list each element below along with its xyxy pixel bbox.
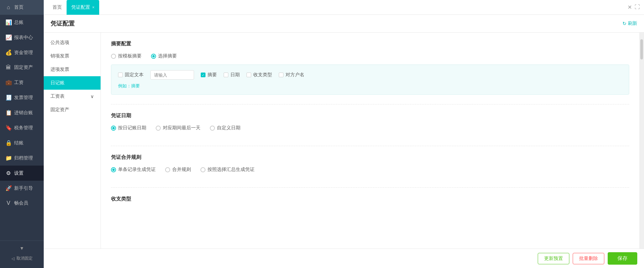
reconcile-icon: 📋	[5, 109, 11, 116]
income-type-section: 收支类型	[111, 196, 629, 218]
select-merge-circle	[200, 167, 205, 172]
sidebar-item-closing[interactable]: 🔒 结账	[0, 135, 44, 150]
sidebar-item-tax[interactable]: 🔖 税务管理	[0, 120, 44, 135]
summary-radio-select[interactable]: 选择摘要	[151, 53, 177, 59]
summary-box: ✓	[201, 73, 205, 77]
date-radio-group: 按日记账日期 对应期间最后一天 自定义日期	[111, 125, 629, 131]
merge-rule-radio[interactable]: 合并规则	[165, 167, 191, 173]
income-type-checkbox[interactable]: 收支类型	[247, 72, 272, 78]
tax-icon: 🔖	[5, 125, 11, 131]
merge-section-title: 凭证合并规则	[111, 154, 629, 161]
sidebar-item-archive[interactable]: 📁 归档管理	[0, 150, 44, 166]
sidebar-item-invoice[interactable]: 🧾 发票管理	[0, 90, 44, 105]
left-nav-item-sales-invoice[interactable]: 销项发票	[44, 49, 101, 63]
sidebar-label-home: 首页	[14, 4, 24, 10]
left-nav-item-public[interactable]: 公共选项	[44, 36, 101, 49]
left-nav-label-purchase-invoice: 进项发票	[50, 66, 69, 73]
last-day-radio[interactable]: 对应期间最后一天	[156, 125, 200, 131]
sidebar-scroll-down[interactable]: ▼	[0, 244, 44, 252]
ledger-icon: 📊	[5, 19, 11, 26]
select-radio-circle	[151, 54, 156, 59]
vip-icon: V	[5, 200, 11, 206]
merge-radio-group: 单条记录生成凭证 合并规则 按照选择汇总生成凭证	[111, 167, 629, 173]
custom-date-radio[interactable]: 自定义日期	[210, 125, 240, 131]
income-type-checkbox-label: 收支类型	[253, 72, 272, 78]
page-header: 凭证配置 ↻ 刷新	[44, 15, 644, 33]
bottom-action-bar: 更新预置 批量删除 保存	[44, 249, 644, 268]
fullscreen-icon[interactable]: ⛶	[635, 4, 640, 10]
left-nav-label-sales-invoice: 销项发票	[50, 53, 69, 59]
tab-bar-actions: ✕ ⛶	[628, 4, 640, 10]
select-merge-radio[interactable]: 按照选择汇总生成凭证	[200, 167, 255, 173]
sidebar-label-invoice: 发票管理	[14, 95, 33, 101]
sidebar-item-settings[interactable]: ⚙ 设置	[0, 166, 44, 181]
merge-section: 凭证合并规则 单条记录生成凭证 合并规则 按照选择汇总生成凭证	[111, 154, 629, 188]
pin-icon: ◁	[11, 256, 14, 261]
sidebar-item-salary[interactable]: 💼 工资	[0, 75, 44, 90]
summary-radio-template[interactable]: 按模板摘要	[111, 53, 142, 59]
journal-date-radio[interactable]: 按日记账日期	[111, 125, 146, 131]
sidebar-label-assets: 固定资产	[14, 64, 33, 71]
tab-close-voucher-config[interactable]: ×	[92, 5, 94, 10]
left-nav-item-journal[interactable]: 日记账	[44, 76, 101, 90]
sidebar-label-reports: 报表中心	[14, 35, 33, 41]
left-nav-item-purchase-invoice[interactable]: 进项发票	[44, 63, 101, 76]
left-nav-label-payroll: 工资表	[50, 93, 65, 99]
salary-icon: 💼	[5, 79, 11, 86]
sidebar-item-funds[interactable]: 💰 资金管理	[0, 45, 44, 60]
scrollbar-thumb[interactable]	[640, 39, 643, 59]
single-record-label: 单条记录生成凭证	[118, 167, 156, 173]
journal-date-label: 按日记账日期	[118, 125, 146, 131]
unpin-label: 取消固定	[16, 256, 33, 261]
refresh-label: 刷新	[628, 20, 637, 27]
archive-icon: 📁	[5, 155, 11, 161]
reports-icon: 📈	[5, 34, 11, 41]
save-button[interactable]: 保存	[608, 252, 637, 265]
left-nav-item-fixed-assets[interactable]: 固定资产	[44, 103, 101, 117]
tab-home[interactable]: 首页	[48, 0, 67, 15]
unpin-button[interactable]: ◁ 取消固定	[0, 252, 44, 265]
date-checkbox[interactable]: 日期	[224, 72, 240, 78]
scrollbar-track[interactable]	[639, 33, 644, 249]
sidebar-item-assets[interactable]: 🏛 固定资产	[0, 60, 44, 75]
sidebar-label-salary: 工资	[14, 80, 24, 86]
tab-voucher-config[interactable]: 凭证配置×	[67, 0, 99, 15]
journal-date-circle	[111, 126, 116, 131]
batch-delete-button[interactable]: 批量删除	[573, 253, 604, 264]
custom-date-label: 自定义日期	[217, 125, 240, 131]
sidebar-item-reports[interactable]: 📈 报表中心	[0, 30, 44, 45]
sidebar-item-guide[interactable]: 🚀 新手引导	[0, 181, 44, 196]
select-radio-label: 选择摘要	[158, 53, 177, 59]
sidebar-label-funds: 资金管理	[14, 50, 33, 56]
refresh-icon: ↻	[622, 21, 627, 26]
single-record-circle	[111, 167, 116, 172]
tab-bar: 首页凭证配置× ✕ ⛶	[44, 0, 644, 15]
date-section: 凭证日期 按日记账日期 对应期间最后一天 自定义日期	[111, 113, 629, 146]
checkbox-row: 固定文本 ✓ 摘要 日期	[118, 70, 622, 80]
fixed-text-checkbox[interactable]: 固定文本	[118, 72, 144, 78]
counterpart-checkbox[interactable]: 对方户名	[279, 72, 304, 78]
last-day-circle	[156, 126, 161, 131]
single-record-radio[interactable]: 单条记录生成凭证	[111, 167, 156, 173]
fixed-text-input[interactable]	[150, 70, 194, 80]
summary-checkbox[interactable]: ✓ 摘要	[201, 72, 217, 78]
sidebar-item-vip[interactable]: V 畅会员	[0, 196, 44, 211]
settings-icon: ⚙	[5, 170, 11, 176]
closing-icon: 🔒	[5, 140, 11, 146]
counterpart-checkbox-label: 对方户名	[286, 72, 304, 78]
sidebar-item-reconcile[interactable]: 📋 进销台账	[0, 105, 44, 120]
merge-rule-label: 合并规则	[172, 167, 191, 173]
date-box	[224, 73, 228, 77]
select-merge-label: 按照选择汇总生成凭证	[207, 167, 255, 173]
body-layout: 公共选项销项发票进项发票日记账工资表∨固定资产 摘要配置 按模板摘要 选择摘要	[44, 33, 644, 249]
last-day-label: 对应期间最后一天	[163, 125, 200, 131]
sidebar-item-ledger[interactable]: 📊 总账	[0, 15, 44, 30]
close-window-icon[interactable]: ✕	[628, 4, 632, 10]
refresh-button[interactable]: ↻ 刷新	[622, 20, 637, 27]
sidebar-label-tax: 税务管理	[14, 125, 33, 131]
sidebar-bottom: ▼ ◁ 取消固定	[0, 240, 44, 268]
update-preview-button[interactable]: 更新预置	[538, 253, 569, 264]
left-nav-item-payroll[interactable]: 工资表∨	[44, 90, 101, 103]
template-radio-label: 按模板摘要	[118, 53, 142, 59]
sidebar-item-home[interactable]: ⌂ 首页	[0, 0, 44, 15]
